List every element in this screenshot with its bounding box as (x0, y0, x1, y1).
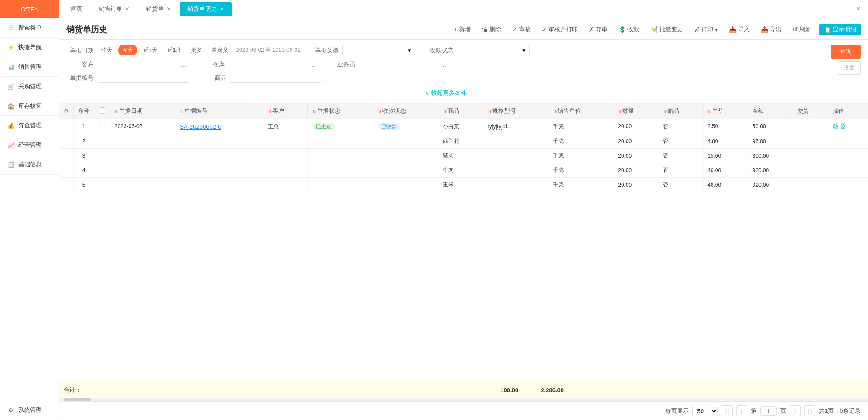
col-date-header[interactable]: ⇅单据日期 (110, 103, 175, 119)
customer-dots[interactable]: ... (181, 61, 186, 68)
sidebar-item-inventory[interactable]: 🏠 库存核算 (0, 96, 59, 116)
audit-print-button[interactable]: ✓ 审核并打印 (539, 24, 581, 35)
prev-page-btn[interactable]: ⟨ (736, 405, 747, 416)
row-product: 小白菜 (438, 119, 483, 134)
abandon-button[interactable]: ✗ 弃审 (586, 24, 610, 35)
tab-sales-order[interactable]: 销售订单 ✕ (91, 2, 137, 16)
row-product: 猪肉 (438, 149, 483, 163)
row-order-no (175, 149, 263, 163)
row-check[interactable] (94, 178, 110, 192)
edit-op[interactable]: 改 (833, 123, 839, 130)
scroll-thumb[interactable] (64, 398, 91, 401)
row-check[interactable] (94, 149, 110, 163)
sidebar-item-operations[interactable]: 📈 经营管理 (0, 135, 59, 155)
sidebar-item-basic-info[interactable]: 📋 基础信息 (0, 155, 59, 175)
tab-sales-order-close[interactable]: ✕ (125, 6, 130, 12)
batch-change-button[interactable]: 📝 批量变更 (647, 24, 686, 35)
customer-input[interactable] (97, 60, 177, 69)
tab-sales-goods-close[interactable]: ✕ (166, 6, 171, 12)
date-btn-7days[interactable]: 近7天 (139, 45, 161, 55)
product-dots[interactable]: ... (325, 75, 330, 82)
print-button[interactable]: 🖨 打印 ▾ (691, 24, 721, 35)
staff-input[interactable] (359, 60, 439, 69)
col-price-header[interactable]: ⇅单价 (703, 103, 748, 119)
select-all-checkbox[interactable] (99, 107, 105, 114)
collect-button[interactable]: 💲 收款 (616, 24, 642, 35)
page-input[interactable] (760, 406, 777, 416)
pay-status-select[interactable]: ▾ (457, 45, 530, 55)
col-spec-header[interactable]: ⇅规格型号 (483, 103, 548, 119)
row-num: 3 (74, 149, 94, 163)
export-button[interactable]: 📤 导出 (758, 24, 784, 35)
tab-sales-goods[interactable]: 销货单 ✕ (138, 2, 179, 16)
row-check[interactable] (94, 119, 110, 134)
type-select[interactable]: ▾ (342, 45, 415, 55)
row-settings (59, 178, 74, 192)
import-button[interactable]: 📥 导入 (726, 24, 753, 35)
sidebar-item-quick-nav[interactable]: ⚡ 快捷导航 (0, 38, 59, 57)
order-no-label: 单据编号 (66, 74, 94, 82)
collapse-btn[interactable]: ∧ 收起更多条件 (66, 89, 824, 97)
col-product-header[interactable]: ⇅商品 (438, 103, 483, 119)
sidebar-item-system[interactable]: ⚙ 系统管理 (0, 400, 59, 420)
pay-status-dropdown-icon: ▾ (522, 47, 526, 54)
product-input[interactable] (230, 74, 321, 83)
delete-button[interactable]: 🗑 删除 (479, 24, 504, 35)
col-order-status-header[interactable]: ⇅单据状态 (308, 103, 373, 119)
first-page-btn[interactable]: ⟨⟨ (722, 405, 733, 416)
date-btn-yesterday[interactable]: 昨天 (97, 45, 116, 55)
filter-cols: 单据日期 昨天 今天 近7天 近1月 更多 自定义 2023-06-02 至 2… (66, 45, 824, 97)
row-qty: 20.00 (613, 149, 658, 163)
sidebar-item-search-menu[interactable]: ☰ 搜索菜单 (0, 18, 59, 38)
row-amount: 920.00 (748, 178, 793, 192)
date-btn-1month[interactable]: 近1月 (163, 45, 186, 55)
col-order-no-header[interactable]: ⇅单据编号 (175, 103, 263, 119)
warehouse-input[interactable] (228, 60, 308, 69)
date-btn-custom[interactable]: 自定义 (208, 45, 232, 55)
sidebar-item-sales-mgmt[interactable]: 📊 销售管理 (0, 57, 59, 77)
row-spec: tyjyjtyjdf... (483, 119, 548, 134)
staff-dots[interactable]: ... (442, 61, 448, 68)
col-pay-status-header[interactable]: ⇅收款状态 (373, 103, 438, 119)
operations-icon: 📈 (7, 141, 15, 149)
sidebar-item-purchase-mgmt[interactable]: 🛒 采购管理 (0, 77, 59, 96)
tab-home[interactable]: 首页 (63, 2, 90, 16)
order-no-input[interactable] (97, 74, 188, 83)
row-date (110, 163, 175, 178)
audit-print-icon: ✓ (542, 26, 547, 33)
delete-icon: 🗑 (482, 26, 488, 33)
tabs-end-close[interactable]: ✕ (852, 4, 864, 14)
query-button[interactable]: 查询 (831, 45, 861, 59)
col-gift-header[interactable]: ⇅赠品 (658, 103, 702, 119)
detail-op[interactable]: 器 (840, 123, 846, 130)
audit-button[interactable]: ✓ 审核 (509, 24, 533, 35)
table-scroll-bar[interactable] (59, 398, 868, 401)
date-btn-more[interactable]: 更多 (187, 45, 206, 55)
order-no-link[interactable]: SA-20230602-0 (180, 123, 221, 130)
row-order-no (175, 178, 263, 192)
row-check[interactable] (94, 163, 110, 178)
show-detail-button[interactable]: 📋 显示明细 (819, 24, 861, 35)
row-check[interactable] (94, 134, 110, 149)
settings-col-header[interactable]: ⚙ (59, 103, 74, 119)
refresh-button[interactable]: ↺ 刷新 (790, 24, 814, 35)
last-page-btn[interactable]: ⟩⟩ (804, 405, 815, 416)
row-transaction (793, 119, 828, 134)
table-section: ⚙ 序号 ⇅单据日期 ⇅单据编号 ⇅客户 ⇅单据状态 (59, 103, 868, 382)
tab-sales-history-close[interactable]: ✕ (220, 6, 224, 12)
next-page-btn[interactable]: ⟩ (790, 405, 801, 416)
setting-button[interactable]: 设置 (838, 61, 861, 75)
sidebar-item-finance[interactable]: 💰 资金管理 (0, 116, 59, 135)
col-unit-header[interactable]: ⇅销售单位 (548, 103, 613, 119)
page-size-select[interactable]: 50 100 200 (692, 406, 718, 416)
main-content: 首页 销售订单 ✕ 销货单 ✕ 销货单历史 ✕ ✕ 销货单历史 + 新增 🗑 删… (59, 0, 868, 420)
tab-sales-history[interactable]: 销货单历史 ✕ (180, 2, 232, 16)
col-qty-header[interactable]: ⇅数量 (613, 103, 658, 119)
purchase-icon: 🛒 (7, 83, 15, 90)
new-button[interactable]: + 新增 (451, 24, 473, 35)
warehouse-dots[interactable]: ... (312, 61, 317, 68)
date-btn-today[interactable]: 今天 (118, 45, 137, 55)
sales-icon: 📊 (7, 63, 15, 70)
col-customer-header[interactable]: ⇅客户 (263, 103, 307, 119)
page-input-prefix: 第 (751, 407, 757, 415)
